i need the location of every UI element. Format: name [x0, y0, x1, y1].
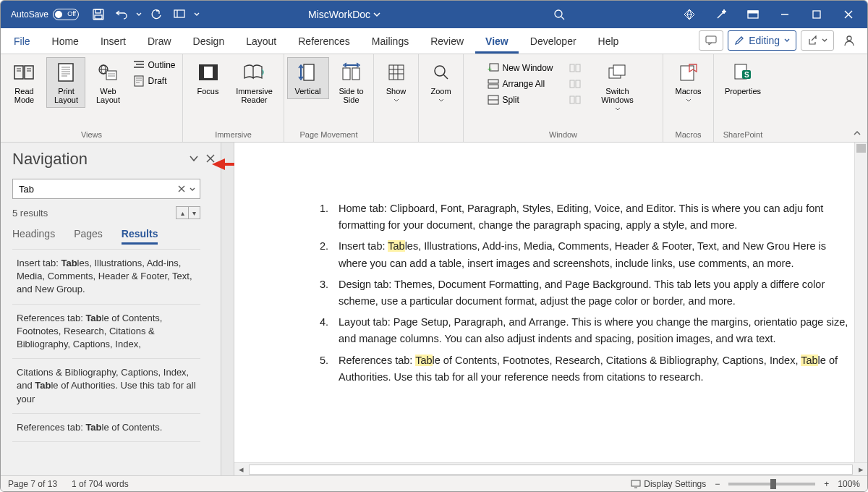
sync-scroll-button	[566, 77, 584, 90]
result-item[interactable]: References tab: Table of Contents, Footn…	[12, 305, 200, 360]
nav-search-input[interactable]	[16, 184, 175, 195]
print-layout-button[interactable]: Print Layout	[46, 57, 85, 108]
side-to-side-button[interactable]: Side to Side	[332, 57, 371, 108]
tab-design[interactable]: Design	[183, 31, 235, 54]
ruler-gutter	[221, 143, 234, 475]
nav-tab-pages[interactable]: Pages	[74, 225, 103, 245]
diamond-icon[interactable]	[675, 4, 704, 25]
tab-developer[interactable]: Developer	[520, 31, 587, 54]
document-area[interactable]: Home tab: Clipboard, Font, Paragraph, St…	[234, 143, 867, 475]
nav-dropdown-icon[interactable]	[189, 154, 199, 165]
tab-home[interactable]: Home	[42, 31, 89, 54]
read-mode-button[interactable]: Read Mode	[4, 57, 43, 108]
zoom-level[interactable]: 100%	[838, 479, 860, 489]
tab-insert[interactable]: Insert	[90, 31, 136, 54]
navigation-pane: Navigation 5 results ▴ ▾ Headings Pages	[1, 143, 221, 475]
tab-draw[interactable]: Draw	[137, 31, 182, 54]
editing-mode-button[interactable]: Editing	[728, 30, 796, 51]
tab-file[interactable]: File	[4, 31, 41, 54]
comments-button[interactable]	[699, 30, 723, 51]
tab-mailings[interactable]: Mailings	[362, 31, 419, 54]
svg-point-15	[847, 36, 851, 41]
svg-text:+: +	[488, 65, 492, 73]
close-button[interactable]	[834, 4, 863, 25]
document-title[interactable]: MiscWorkDoc	[202, 9, 487, 20]
scroll-left-icon[interactable]: ◂	[234, 464, 247, 475]
save-icon[interactable]	[88, 4, 109, 25]
display-settings-button[interactable]: Display Settings	[631, 479, 706, 489]
properties-button[interactable]: SProperties	[719, 57, 767, 99]
share-button[interactable]	[801, 30, 834, 51]
collapse-ribbon-icon[interactable]	[853, 128, 861, 139]
account-button[interactable]	[838, 34, 860, 47]
chevron-down-icon	[438, 98, 444, 103]
page-content[interactable]: Home tab: Clipboard, Font, Paragraph, St…	[234, 143, 854, 386]
svg-line-6	[561, 17, 564, 20]
list-item[interactable]: Home tab: Clipboard, Font, Paragraph, St…	[331, 200, 854, 234]
toggle-switch-icon[interactable]: Off	[53, 9, 79, 20]
maximize-button[interactable]	[802, 4, 831, 25]
zoom-button[interactable]: Zoom	[422, 57, 461, 106]
group-page-movement: Vertical Side to Side Page Movement	[284, 54, 374, 142]
wand-icon[interactable]	[707, 4, 736, 25]
zoom-out-icon[interactable]: −	[715, 479, 720, 489]
prev-result-icon[interactable]: ▴	[176, 207, 188, 219]
undo-icon[interactable]	[111, 4, 132, 25]
list-item[interactable]: Insert tab: Tables, Illustrations, Add-i…	[331, 238, 854, 271]
svg-rect-35	[135, 76, 143, 86]
list-item[interactable]: Layout tab: Page Setup, Paragraph, and A…	[331, 314, 854, 347]
zoom-slider[interactable]	[728, 483, 815, 485]
new-window-button[interactable]: +New Window	[485, 62, 556, 75]
macros-button[interactable]: Macros	[669, 57, 708, 106]
autosave-toggle[interactable]: AutoSave Off	[11, 9, 79, 20]
results-list[interactable]: Insert tab: Tables, Illustrations, Add-i…	[12, 249, 200, 471]
undo-dropdown-icon[interactable]	[134, 4, 144, 25]
switch-windows-icon	[606, 61, 629, 84]
qat-more-icon[interactable]	[169, 4, 190, 25]
arrange-all-button[interactable]: Arrange All	[485, 77, 556, 90]
search-button[interactable]	[487, 6, 631, 23]
show-button[interactable]: Show	[377, 57, 416, 106]
nav-tab-results[interactable]: Results	[122, 225, 158, 245]
autosave-label: AutoSave	[11, 9, 48, 20]
outline-button[interactable]: Outline	[130, 59, 178, 72]
tab-references[interactable]: References	[288, 31, 360, 54]
result-item[interactable]: Insert tab: Tables, Illustrations, Add-i…	[12, 250, 200, 305]
ribbon-display-icon[interactable]	[739, 4, 767, 25]
vertical-button[interactable]: Vertical	[287, 57, 329, 99]
switch-windows-button[interactable]: Switch Windows	[594, 57, 642, 115]
workspace: Navigation 5 results ▴ ▾ Headings Pages	[1, 143, 867, 475]
clear-search-icon[interactable]	[175, 184, 188, 195]
web-layout-button[interactable]: Web Layout	[88, 57, 127, 108]
nav-search-box[interactable]	[12, 179, 200, 199]
result-item[interactable]: Citations & Bibliography, Captions, Inde…	[12, 359, 200, 414]
next-result-icon[interactable]: ▾	[188, 207, 200, 219]
redo-icon[interactable]	[145, 4, 167, 25]
split-icon	[488, 94, 499, 106]
svg-rect-2	[95, 15, 102, 19]
list-item[interactable]: Design tab: Themes, Document Formatting,…	[331, 276, 854, 310]
tab-view[interactable]: View	[475, 31, 519, 54]
chevron-down-icon	[822, 38, 827, 43]
draft-button[interactable]: Draft	[130, 75, 178, 88]
horizontal-scrollbar[interactable]: ◂ ▸	[234, 462, 867, 475]
qat-customize-icon[interactable]	[192, 4, 202, 25]
chevron-down-icon	[784, 38, 790, 43]
immersive-reader-button[interactable]: Immersive Reader	[231, 57, 278, 108]
scroll-right-icon[interactable]: ▸	[854, 464, 867, 475]
word-count[interactable]: 1 of 704 words	[72, 479, 129, 489]
focus-button[interactable]: Focus	[189, 57, 228, 99]
zoom-in-icon[interactable]: +	[824, 479, 829, 489]
tab-review[interactable]: Review	[420, 31, 474, 54]
split-button[interactable]: Split	[485, 93, 556, 106]
vertical-scrollbar[interactable]	[854, 143, 867, 462]
nav-tab-headings[interactable]: Headings	[12, 225, 55, 245]
tab-layout[interactable]: Layout	[236, 31, 286, 54]
list-item[interactable]: References tab: Table of Contents, Footn…	[331, 352, 854, 386]
page-indicator[interactable]: Page 7 of 13	[8, 479, 57, 489]
minimize-button[interactable]	[770, 4, 799, 25]
tab-help[interactable]: Help	[588, 31, 629, 54]
result-item[interactable]: References tab: Table of Contents.	[12, 414, 200, 442]
nav-close-icon[interactable]	[206, 154, 215, 165]
search-dropdown-icon[interactable]	[188, 184, 197, 195]
